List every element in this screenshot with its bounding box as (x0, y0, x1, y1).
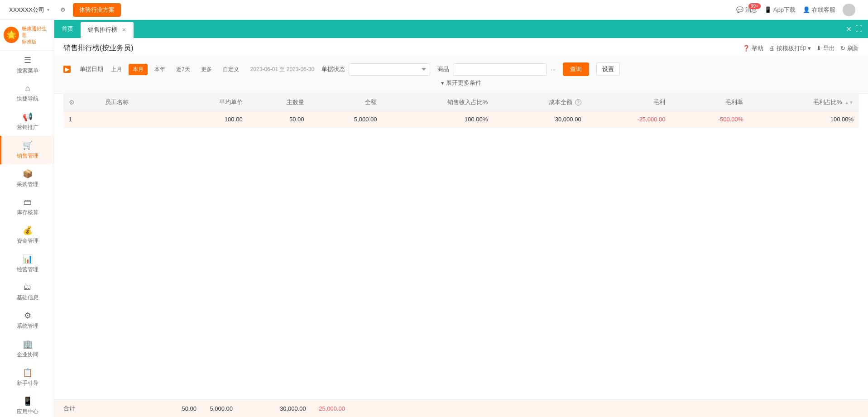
sidebar-item-label: 资金管理 (17, 237, 38, 245)
settings-button[interactable]: 设置 (596, 62, 620, 76)
page-actions: ❓ 帮助 🖨 按模板打印 ▾ ⬇ 导出 ↻ 刷新 (743, 44, 859, 53)
operations-icon: 📊 (23, 254, 33, 264)
sidebar-item-label: 快捷导航 (17, 95, 38, 103)
tab-close-all-icon[interactable]: ✕ (846, 25, 852, 34)
filter-row: ▶ 单据日期 上月 本月 本年 近7天 更多 自定义 (63, 62, 859, 76)
goods-filter-input[interactable] (453, 63, 547, 76)
tab-sales-rank[interactable]: 销售排行榜 ✕ (81, 22, 134, 38)
avatar[interactable] (843, 4, 855, 16)
cell-gross-pct: 100.00% (748, 111, 859, 128)
export-button[interactable]: ⬇ 导出 (816, 44, 835, 53)
filter-area: ▶ 单据日期 上月 本月 本年 近7天 更多 自定义 (54, 57, 868, 94)
footer-empty-3 (238, 405, 274, 412)
sidebar-item-label: 库存核算 (17, 209, 38, 216)
print-icon: 🖨 (769, 45, 775, 52)
date-range-item: 2023-06-01 至 2023-06-30 (250, 66, 314, 73)
table-container: ⚙ 员工名称 平均单价 主数量 全额 销售收入占比% 成本全额 ? 毛利 毛利率… (54, 94, 868, 399)
finance-icon: 💰 (23, 225, 33, 235)
chevron-down-conditions-icon: ▾ (441, 80, 444, 86)
online-service-button[interactable]: 👤 在线客服 (803, 6, 835, 14)
phone-icon: 📱 (764, 6, 772, 13)
sidebar-item-inventory[interactable]: 🗃 库存核算 (0, 193, 54, 221)
page-title: 销售排行榜(按业务员) (63, 43, 134, 53)
app-download-button[interactable]: 📱 App下载 (764, 6, 796, 14)
logo-icon: 🌟 (4, 27, 19, 43)
status-filter-label: 单据状态 (321, 65, 345, 73)
date-btn-this-month[interactable]: 本月 (129, 64, 148, 75)
date-btn-more[interactable]: 更多 (197, 64, 216, 75)
cell-main-qty: 50.00 (248, 111, 310, 128)
cost-info-icon[interactable]: ? (575, 99, 581, 105)
logo-text: 畅康通好生意 标准版 (22, 25, 50, 45)
company-selector[interactable]: XXXXXX公司 ▾ (5, 4, 53, 16)
sidebar-item-purchase[interactable]: 📦 采购管理 (0, 164, 54, 193)
footer-empty-1 (93, 405, 129, 412)
date-btn-this-year[interactable]: 本年 (150, 64, 169, 75)
app-center-icon: 📱 (23, 396, 33, 406)
sidebar-item-finance[interactable]: 💰 资金管理 (0, 221, 54, 249)
marketing-icon: 📢 (23, 112, 33, 122)
col-employee: 员工名称 (100, 94, 174, 111)
help-button[interactable]: ❓ 帮助 (743, 44, 763, 53)
status-filter-select[interactable] (349, 63, 430, 76)
message-icon: 💬 (736, 6, 743, 13)
goods-filter-more-icon[interactable]: ··· (551, 66, 556, 73)
sales-rank-table: ⚙ 员工名称 平均单价 主数量 全额 销售收入占比% 成本全额 ? 毛利 毛利率… (63, 94, 859, 128)
date-filter-buttons: 上月 本月 本年 近7天 更多 自定义 (107, 64, 243, 75)
footer-gross-profit: -25,000.00 (312, 405, 350, 412)
cell-employee (100, 111, 174, 128)
date-btn-last-month[interactable]: 上月 (107, 64, 126, 75)
app-download-label: App下载 (773, 6, 796, 14)
tab-bar: 首页 销售排行榜 ✕ ✕ ⛶ (54, 20, 868, 38)
sidebar-item-operations[interactable]: 📊 经营管理 (0, 249, 54, 278)
sidebar-item-guide[interactable]: 📋 新手引导 (0, 363, 54, 392)
date-filter-label: 单据日期 (80, 65, 103, 73)
col-main-qty: 主数量 (248, 94, 310, 111)
message-badge: 99+ (748, 3, 761, 9)
sidebar: 🌟 畅康通好生意 标准版 ☰ 搜索菜单 ⌂ 快捷导航 📢 营销推广 🛒 销售管理… (0, 20, 54, 417)
page-header: 销售排行榜(按业务员) ❓ 帮助 🖨 按模板打印 ▾ ⬇ 导出 (54, 38, 868, 57)
footer-values: 50.00 5,000.00 30,000.00 -25,000.00 (93, 405, 350, 412)
sidebar-item-enterprise[interactable]: 🏢 企业协同 (0, 335, 54, 363)
message-button[interactable]: 💬 消息 99+ (736, 6, 757, 14)
cell-gross-profit: -25,000.00 (587, 111, 671, 128)
goods-filter-label: 商品 (437, 65, 449, 73)
trial-button[interactable]: 体验行业方案 (73, 3, 121, 17)
tab-home[interactable]: 首页 (54, 20, 81, 38)
print-button[interactable]: 🖨 按模板打印 ▾ (769, 44, 811, 53)
sidebar-item-sales[interactable]: 🛒 销售管理 (0, 136, 54, 164)
query-button[interactable]: 查询 (563, 62, 589, 76)
date-btn-7days[interactable]: 近7天 (172, 64, 194, 75)
settings-icon-btn[interactable]: ⚙ (57, 4, 69, 16)
sidebar-item-system[interactable]: ⚙ 系统管理 (0, 306, 54, 335)
search-orders-icon: ☰ (24, 55, 31, 65)
sidebar-item-base-info[interactable]: 🗂 基础信息 (0, 278, 54, 306)
col-cost: 成本全额 ? (493, 94, 586, 111)
cell-gross-rate: -500.00% (671, 111, 748, 128)
expand-filter-icon[interactable]: ▶ (63, 66, 71, 73)
sidebar-item-marketing[interactable]: 📢 营销推广 (0, 107, 54, 136)
help-icon: ❓ (743, 45, 750, 52)
tab-expand-icon[interactable]: ⛶ (855, 25, 863, 33)
sidebar-item-search-orders[interactable]: ☰ 搜索菜单 (0, 51, 54, 79)
col-amount: 全额 (310, 94, 383, 111)
col-gross-profit: 毛利 (587, 94, 671, 111)
cell-amount: 5,000.00 (310, 111, 383, 128)
sidebar-item-label: 采购管理 (17, 181, 38, 188)
refresh-button[interactable]: ↻ 刷新 (840, 44, 859, 53)
home-icon: ⌂ (25, 84, 30, 93)
footer-amount: 5,000.00 (202, 405, 238, 412)
inventory-icon: 🗃 (24, 197, 32, 207)
table-header-row: ⚙ 员工名称 平均单价 主数量 全额 销售收入占比% 成本全额 ? 毛利 毛利率… (63, 94, 859, 111)
table-settings-icon[interactable]: ⚙ (69, 99, 75, 106)
sidebar-item-label: 应用中心 (17, 408, 38, 416)
sidebar-item-quick-nav[interactable]: ⌂ 快捷导航 (0, 79, 54, 107)
date-btn-custom[interactable]: 自定义 (219, 64, 243, 75)
sidebar-item-label: 营销推广 (17, 124, 38, 131)
sidebar-item-app-center[interactable]: 📱 应用中心 (0, 392, 54, 417)
chevron-down-icon: ▾ (47, 7, 49, 12)
tab-close-icon[interactable]: ✕ (122, 27, 126, 33)
expand-more-conditions[interactable]: ▾ 展开更多条件 (63, 76, 859, 88)
gross-pct-sort-icon[interactable]: ▲▼ (844, 100, 854, 105)
footer-label: 合计 (63, 404, 75, 412)
